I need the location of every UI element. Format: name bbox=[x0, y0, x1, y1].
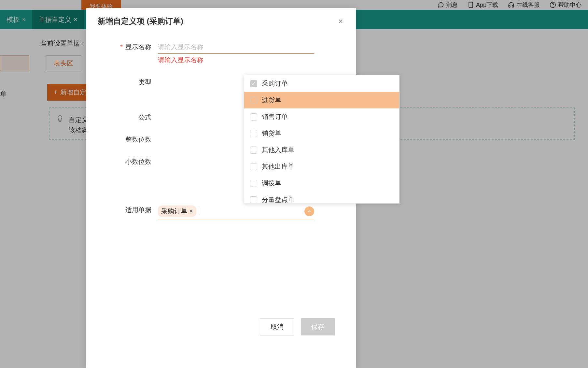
dropdown-scroll[interactable]: 采购订单 进货单 销售订单 销货单 其他入库单 其他出库单 bbox=[244, 75, 399, 203]
dropdown-option-other-outbound[interactable]: 其他出库单 bbox=[244, 158, 399, 175]
save-button[interactable]: 保存 bbox=[301, 318, 335, 335]
dropdown-option-partial-count[interactable]: 分量盘点单 bbox=[244, 191, 399, 203]
doc-tag-label: 采购订单 bbox=[161, 207, 187, 216]
dropdown-option-sales-order[interactable]: 销售订单 bbox=[244, 108, 399, 125]
option-label: 其他入库单 bbox=[262, 146, 294, 154]
dropdown-option-sales-invoice[interactable]: 销货单 bbox=[244, 125, 399, 142]
modal-footer: 取消 保存 bbox=[260, 318, 335, 335]
checkbox-icon[interactable] bbox=[250, 196, 257, 204]
display-name-input[interactable] bbox=[158, 41, 314, 54]
decimal-digits-label: 小数位数 bbox=[98, 155, 158, 166]
checkbox-icon[interactable] bbox=[250, 180, 257, 187]
cancel-label: 取消 bbox=[271, 323, 284, 330]
option-label: 采购订单 bbox=[262, 79, 288, 88]
option-label: 分量盘点单 bbox=[262, 195, 294, 203]
option-label: 销售订单 bbox=[262, 112, 288, 121]
display-name-label: *显示名称 bbox=[98, 41, 158, 51]
save-label: 保存 bbox=[311, 323, 324, 330]
form-row-display-name: *显示名称 请输入显示名称 bbox=[98, 41, 344, 64]
checkbox-icon[interactable] bbox=[250, 147, 257, 154]
applicable-docs-label: 适用单据 bbox=[98, 204, 158, 214]
text-cursor bbox=[199, 207, 199, 215]
dropdown-option-transfer[interactable]: 调拨单 bbox=[244, 175, 399, 191]
formula-label: 公式 bbox=[98, 111, 158, 122]
docs-dropdown: 采购订单 进货单 销售订单 销货单 其他入库单 其他出库单 bbox=[244, 75, 399, 204]
tag-remove-icon[interactable]: × bbox=[189, 207, 193, 215]
option-label: 其他出库单 bbox=[262, 162, 294, 171]
applicable-docs-input[interactable]: 采购订单 × bbox=[158, 204, 314, 219]
checkbox-icon[interactable] bbox=[250, 113, 257, 120]
option-label: 调拨单 bbox=[262, 179, 281, 188]
chevron-up-icon[interactable] bbox=[304, 206, 314, 216]
dropdown-option-other-inbound[interactable]: 其他入库单 bbox=[244, 142, 399, 158]
dropdown-option-purchase-order[interactable]: 采购订单 bbox=[244, 75, 399, 92]
option-label: 进货单 bbox=[262, 96, 281, 105]
dropdown-option-receipt[interactable]: 进货单 bbox=[244, 92, 399, 108]
integer-digits-label: 整数位数 bbox=[98, 133, 158, 144]
display-name-error: 请输入显示名称 bbox=[158, 56, 344, 64]
required-star-icon: * bbox=[120, 43, 123, 50]
form-row-applicable-docs: 适用单据 采购订单 × bbox=[98, 204, 344, 219]
modal-title: 新增自定义项 (采购订单) bbox=[98, 16, 183, 26]
option-label: 销货单 bbox=[262, 129, 281, 138]
modal-header: 新增自定义项 (采购订单) bbox=[86, 8, 356, 34]
cancel-button[interactable]: 取消 bbox=[260, 318, 294, 335]
checkbox-icon[interactable] bbox=[250, 163, 257, 170]
type-label: 类型 bbox=[98, 76, 158, 87]
checkbox-icon[interactable] bbox=[250, 80, 257, 87]
close-icon[interactable] bbox=[337, 17, 344, 25]
doc-tag: 采购订单 × bbox=[158, 205, 196, 217]
add-custom-field-modal: 新增自定义项 (采购订单) *显示名称 请输入显示名称 类型 公式 bbox=[86, 8, 356, 368]
checkbox-icon[interactable] bbox=[250, 130, 257, 137]
checkbox-icon[interactable] bbox=[250, 97, 257, 104]
